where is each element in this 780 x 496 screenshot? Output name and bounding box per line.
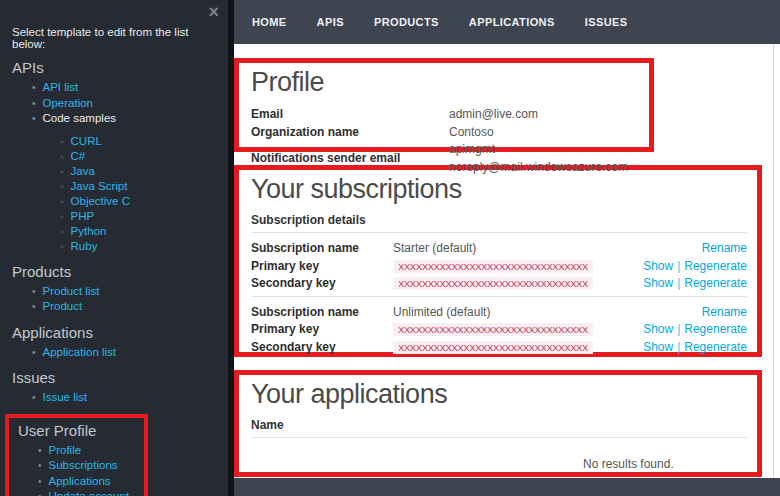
sidebar-item-curl[interactable]: CURL [71,135,102,147]
nav-item-home[interactable]: HOME [237,0,302,44]
row-actions: Show|Regenerate [643,275,747,293]
masked-key-value: XXXXXXXXXXXXXXXXXXXXXXXXXXXXXXXX [393,277,593,290]
sidebar-section-title-user-profile: User Profile [9,422,144,441]
field-label: Subscription name [251,240,393,258]
rename-link[interactable]: Rename [702,305,747,319]
field-value: XXXXXXXXXXXXXXXXXXXXXXXXXXXXXXXX [393,258,643,276]
row-actions: Show|Regenerate [643,321,747,339]
subscription-row-secondary-key: Secondary keyXXXXXXXXXXXXXXXXXXXXXXXXXXX… [251,339,747,357]
sidebar-sections: APIsAPI listOperationCode samplesCURLC#J… [0,59,228,496]
profile-section: Profile Emailadmin@live.comOrganization … [234,58,654,152]
regenerate-link[interactable]: Regenerate [684,340,747,354]
masked-key-value: XXXXXXXXXXXXXXXXXXXXXXXXXXXXXXXX [393,341,593,354]
list-item: Operation [32,96,228,112]
regenerate-link[interactable]: Regenerate [684,322,747,336]
sidebar-item-php[interactable]: PHP [71,210,95,222]
sidebar-list: Issue list [0,390,228,406]
sidebar-section-applications: ApplicationsApplication list [0,324,228,361]
field-value: XXXXXXXXXXXXXXXXXXXXXXXXXXXXXXXX [393,339,643,357]
sidebar-sublist: CURLC#JavaJava ScriptObjective CPHPPytho… [32,134,228,254]
nav-item-applications[interactable]: APPLICATIONS [454,0,570,44]
sidebar-section-title-products: Products [0,263,228,282]
show-link[interactable]: Show [643,322,673,336]
sidebar-item-application-list[interactable]: Application list [43,346,117,358]
sidebar-section-title-apis: APIs [0,59,228,78]
sidebar-section-title-issues: Issues [0,369,228,388]
profile-title: Profile [251,65,639,99]
row-actions: Rename [702,304,747,322]
regenerate-link[interactable]: Regenerate [684,276,747,290]
list-item: Python [60,224,228,239]
sidebar-item-java[interactable]: Java [71,165,95,177]
action-separator: | [677,276,680,290]
applications-title: Your applications [251,377,747,411]
list-item: Subscriptions [38,458,144,474]
sidebar-prompt: Select template to edit from the list be… [0,0,228,50]
list-item: Java [60,164,228,179]
rename-link[interactable]: Rename [702,241,747,255]
field-value: Starter (default) [393,240,702,258]
subscription-row-primary-key: Primary keyXXXXXXXXXXXXXXXXXXXXXXXXXXXXX… [251,321,747,339]
sidebar-section-issues: IssuesIssue list [0,369,228,406]
subscription-group: Subscription nameUnlimited (default)Rena… [251,304,747,357]
profile-row-email: Emailadmin@live.com [251,106,639,124]
subscription-details-header: Subscription details [251,213,747,227]
list-item: CURL [60,134,228,149]
sidebar-item-subscriptions[interactable]: Subscriptions [49,459,118,471]
sidebar-item-python[interactable]: Python [71,225,107,237]
sidebar-item-update-account-info[interactable]: Update account info [38,490,129,496]
sidebar-section-user-profile: User ProfileProfileSubscriptionsApplicat… [5,414,148,496]
profile-row-organization-name: Organization nameContoso [251,124,639,142]
field-value: XXXXXXXXXXXXXXXXXXXXXXXXXXXXXXXX [393,321,643,339]
applications-section: Your applications Name No results found. [234,370,762,477]
sidebar-item-api-list[interactable]: API list [43,81,79,93]
regenerate-link[interactable]: Regenerate [684,259,747,273]
list-item: PHP [60,209,228,224]
applications-name-column-header: Name [251,418,747,432]
sidebar-item-c[interactable]: C# [71,150,86,162]
subscription-groups: Subscription nameStarter (default)Rename… [251,240,747,356]
sidebar-item-code-samples: Code samples [43,112,117,124]
nav-item-issues[interactable]: ISSUES [570,0,643,44]
sidebar-item-ruby[interactable]: Ruby [71,240,98,252]
sidebar-item-operation[interactable]: Operation [43,97,94,109]
applications-empty-message: No results found. [251,445,747,471]
list-item: Application list [32,345,228,361]
row-actions: Rename [702,240,747,258]
sidebar-item-profile[interactable]: Profile [49,444,82,456]
field-value: admin@live.com [449,106,639,124]
list-item: Issue list [32,390,228,406]
top-nav-list: HOMEAPISPRODUCTSAPPLICATIONSISSUES [234,0,642,44]
show-link[interactable]: Show [643,340,673,354]
sidebar-list: Application list [0,345,228,361]
list-item: Product list [32,284,228,300]
field-value: Contoso [449,124,639,142]
sidebar-item-product[interactable]: Product [43,300,83,312]
subscription-row-subscription-name: Subscription nameUnlimited (default)Rena… [251,304,747,322]
subscription-row-subscription-name: Subscription nameStarter (default)Rename [251,240,747,258]
show-link[interactable]: Show [643,259,673,273]
sidebar-item-applications[interactable]: Applications [49,475,111,487]
row-actions: Show|Regenerate [643,258,747,276]
sidebar-list: API listOperationCode samplesCURLC#JavaJ… [0,80,228,254]
sidebar-item-product-list[interactable]: Product list [43,285,100,297]
show-link[interactable]: Show [643,276,673,290]
subscription-row-secondary-key: Secondary keyXXXXXXXXXXXXXXXXXXXXXXXXXXX… [251,275,747,293]
top-navbar: HOMEAPISPRODUCTSAPPLICATIONSISSUES [234,0,780,44]
profile-rows: Emailadmin@live.comOrganization nameCont… [251,106,639,176]
close-icon[interactable]: × [208,1,219,23]
nav-item-apis[interactable]: APIS [302,0,359,44]
divider [251,296,747,297]
nav-item-products[interactable]: PRODUCTS [359,0,454,44]
action-separator: | [677,259,680,273]
main-area: HOMEAPISPRODUCTSAPPLICATIONSISSUES Profi… [228,0,780,496]
sidebar-section-products: ProductsProduct listProduct [0,263,228,315]
subscription-group: Subscription nameStarter (default)Rename… [251,240,747,293]
sidebar-item-issue-list[interactable]: Issue list [43,391,88,403]
subscription-row-primary-key: Primary keyXXXXXXXXXXXXXXXXXXXXXXXXXXXXX… [251,258,747,276]
row-actions: Show|Regenerate [643,339,747,357]
subscriptions-section: Your subscriptions Subscription details … [234,165,762,357]
field-label: Secondary key [251,339,393,357]
sidebar-item-java-script[interactable]: Java Script [71,180,128,192]
sidebar-item-objective-c[interactable]: Objective C [71,195,130,207]
